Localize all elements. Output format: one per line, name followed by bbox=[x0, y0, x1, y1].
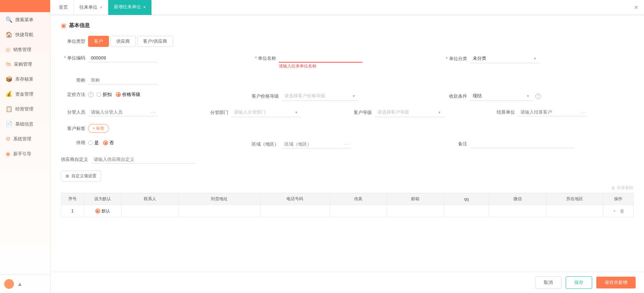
sidebar-item-search[interactable]: 🔍 搜索菜单 bbox=[0, 12, 50, 27]
row-phone[interactable] bbox=[260, 205, 330, 217]
close-all-tabs-button[interactable]: ✕ bbox=[631, 4, 641, 11]
table-header-row: 序号 设为默认 联系人 到货地址 电话号码 传真 邮箱 qq 微信 所在地区 操… bbox=[61, 193, 634, 205]
disabled-row: 停用 是 否 区域（地区） ··· bbox=[61, 140, 634, 148]
basic-icon: 📄 bbox=[6, 121, 13, 127]
col-contact: 联系人 bbox=[121, 193, 179, 205]
dept-group: 分管部门 请输入分管部门 ▼ bbox=[204, 108, 347, 117]
custom-settings-button[interactable]: ⚙ 自定义项设置 bbox=[61, 171, 101, 181]
batch-delete-button[interactable]: 🗑 批量删除 bbox=[611, 185, 634, 191]
notes-input[interactable] bbox=[470, 140, 574, 148]
row-default-radio[interactable]: 默认 bbox=[86, 208, 119, 214]
radio-disabled-yes[interactable]: 是 bbox=[88, 140, 99, 146]
row-wechat[interactable] bbox=[489, 205, 546, 217]
row-contact-input[interactable] bbox=[136, 209, 164, 213]
row-address[interactable] bbox=[179, 205, 260, 217]
payment-terms-select[interactable]: 现结 ▼ bbox=[470, 91, 533, 101]
close-partners-icon[interactable]: ✕ bbox=[100, 6, 102, 9]
row-email[interactable] bbox=[387, 205, 444, 217]
row-qq-input[interactable] bbox=[456, 209, 477, 213]
tags-row: 客户标签 + 标签 bbox=[61, 124, 634, 133]
sidebar-system-label: 系统管理 bbox=[13, 136, 31, 142]
col-id: 序号 bbox=[61, 193, 84, 205]
sidebar-item-finance[interactable]: 💰 资金管理 bbox=[0, 87, 50, 101]
row-wechat-input[interactable] bbox=[504, 209, 532, 213]
unit-name-input[interactable] bbox=[279, 54, 362, 63]
row-fax[interactable] bbox=[330, 205, 387, 217]
category-chevron-icon: ▼ bbox=[533, 57, 537, 60]
cancel-button[interactable]: 取消 bbox=[535, 276, 561, 289]
radio-price-level[interactable]: 价格等级 bbox=[116, 91, 140, 98]
table-row: 1 默认 bbox=[61, 205, 634, 217]
tags-group: 客户标签 + 标签 bbox=[61, 124, 634, 133]
row-area[interactable] bbox=[546, 205, 603, 217]
settings-gear-icon: ⚙ bbox=[65, 174, 69, 179]
col-action: 操作 bbox=[603, 193, 634, 205]
sidebar-user-icon: ▲ bbox=[17, 280, 23, 288]
sidebar-item-quick-nav[interactable]: 🏠 快捷导航 bbox=[0, 27, 50, 42]
customer-level-select[interactable]: 请选择客户等级 ▼ bbox=[375, 108, 444, 117]
add-tag-button[interactable]: + 标签 bbox=[88, 124, 109, 133]
radio-discount[interactable]: 折扣 bbox=[96, 91, 112, 98]
sidebar-guide-label: 新手引导 bbox=[13, 151, 31, 157]
tab-new-partner[interactable]: 新增往来单位 ✕ bbox=[108, 0, 152, 15]
pricing-row: 定价方法 ? 折扣 价格等级 客户价格等级 请选择客户价格等级 bbox=[61, 91, 634, 101]
sidebar-item-guide[interactable]: ◉ 新手引导 bbox=[0, 146, 50, 161]
row-address-input[interactable] bbox=[198, 209, 240, 213]
settlement-input[interactable] bbox=[520, 109, 579, 115]
unit-category-select[interactable]: 未分类 ▼ bbox=[470, 54, 540, 63]
row-default[interactable]: 默认 bbox=[84, 205, 121, 217]
radio-disabled-no[interactable]: 否 bbox=[103, 140, 114, 146]
sidebar-item-basic[interactable]: 📄 基础信息 bbox=[0, 116, 50, 131]
inventory-icon: 📦 bbox=[6, 76, 13, 82]
payment-help-icon[interactable]: ? bbox=[535, 93, 541, 99]
tab-new-partner-label: 新增往来单位 bbox=[114, 4, 141, 10]
area-dots-button[interactable]: ··· bbox=[344, 141, 351, 147]
dept-select[interactable]: 请输入分管部门 ▼ bbox=[231, 108, 301, 117]
short-name-input[interactable] bbox=[88, 76, 158, 84]
footer: 取消 保存 保存并新增 bbox=[50, 272, 644, 293]
unit-code-input[interactable] bbox=[88, 54, 158, 62]
radio-no-circle bbox=[103, 140, 108, 145]
pricing-help-icon[interactable]: ? bbox=[88, 92, 94, 97]
add-row-button[interactable]: ＋ bbox=[612, 208, 617, 214]
tab-partners-label: 往来单位 bbox=[79, 4, 97, 10]
section-header: ▣ 基本信息 bbox=[61, 22, 634, 29]
row-email-input[interactable] bbox=[401, 209, 429, 213]
delete-row-button[interactable]: 🗑 bbox=[620, 208, 625, 214]
sidebar-basic-label: 基础信息 bbox=[15, 121, 33, 127]
btn-customer[interactable]: 客户 bbox=[88, 36, 109, 47]
supplier-custom-label: 供应商自定义 bbox=[61, 156, 88, 163]
sidebar-item-system[interactable]: ⚙ 系统管理 bbox=[0, 131, 50, 146]
settlement-dots-button[interactable]: ··· bbox=[580, 109, 587, 115]
sidebar-sales-label: 销售管理 bbox=[13, 47, 31, 53]
row-area-input[interactable] bbox=[561, 209, 589, 213]
area-input[interactable] bbox=[284, 141, 343, 147]
row-contact[interactable] bbox=[121, 205, 179, 217]
notes-label: 备注 bbox=[443, 141, 467, 147]
btn-supplier[interactable]: 供应商 bbox=[110, 36, 136, 47]
sidebar-item-sales[interactable]: ◎ 销售管理 bbox=[0, 42, 50, 57]
tab-partners[interactable]: 往来单位 ✕ bbox=[74, 0, 108, 15]
tab-home[interactable]: 首页 bbox=[53, 0, 74, 15]
avatar[interactable] bbox=[4, 279, 14, 289]
row-fax-input[interactable] bbox=[344, 209, 372, 213]
row-qq[interactable] bbox=[444, 205, 489, 217]
unit-name-error: 请输入往来单位名称 bbox=[279, 64, 316, 68]
sidebar-item-inventory[interactable]: 📦 库存核算 bbox=[0, 72, 50, 87]
save-button[interactable]: 保存 bbox=[566, 276, 592, 289]
sidebar-item-operation[interactable]: 📋 经营管理 bbox=[0, 101, 50, 116]
save-add-button[interactable]: 保存并新增 bbox=[596, 277, 636, 288]
close-new-partner-icon[interactable]: ✕ bbox=[143, 5, 146, 9]
sidebar-item-purchase[interactable]: 🛍 采购管理 bbox=[0, 57, 50, 72]
btn-customer-supplier[interactable]: 客户/供应商 bbox=[137, 36, 173, 47]
unit-type-group: 单位类型 客户 供应商 客户/供应商 bbox=[61, 36, 634, 47]
customer-price-select[interactable]: 请选择客户价格等级 ▼ bbox=[282, 91, 358, 101]
row-phone-input[interactable] bbox=[277, 209, 312, 213]
manager-input[interactable] bbox=[91, 109, 149, 115]
unit-type-buttons: 客户 供应商 客户/供应商 bbox=[88, 36, 173, 47]
col-area: 所在地区 bbox=[546, 193, 603, 205]
supplier-custom-input[interactable] bbox=[91, 155, 195, 164]
customer-level-chevron-icon: ▼ bbox=[438, 111, 441, 114]
manager-dots-button[interactable]: ··· bbox=[151, 109, 157, 115]
radio-price-level-circle bbox=[116, 92, 121, 97]
